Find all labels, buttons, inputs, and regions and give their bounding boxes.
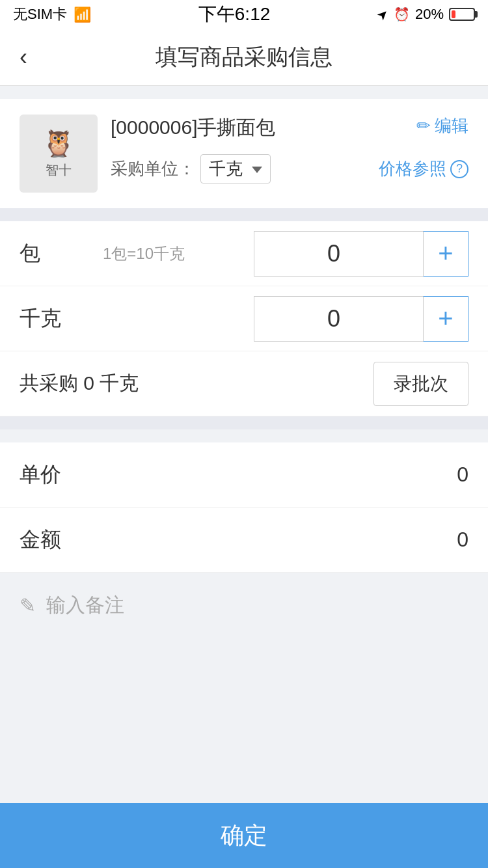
alarm-icon (394, 6, 410, 23)
bao-input-control: + (254, 231, 468, 277)
quantity-row-bao: 包 1包=10千克 + (0, 221, 488, 286)
product-unit-row: 采购单位： 千克 价格参照 ? (111, 154, 468, 183)
pencil-icon: ✎ (20, 594, 36, 617)
confirm-button[interactable]: 确定 (0, 803, 488, 868)
price-section: 单价 0 金额 0 (0, 442, 488, 573)
summary-amount: 0 (83, 372, 100, 394)
status-right: 20% (377, 6, 475, 23)
battery-percent: 20% (415, 6, 444, 23)
section-divider-2 (0, 416, 488, 429)
product-card: 🦉 智十 [0000006]手撕面包 ✏ 编辑 采购单位： 千克 价格参照 ? (0, 99, 488, 208)
sim-label: 无SIM卡 (13, 5, 67, 24)
bao-sublabel: 1包=10千克 (103, 243, 254, 264)
unit-selector-group: 采购单位： 千克 (111, 154, 271, 183)
product-image-inner: 🦉 智十 (33, 128, 85, 180)
edit-button[interactable]: ✏ 编辑 (416, 115, 468, 137)
kg-plus-button[interactable]: + (423, 296, 468, 342)
bao-plus-button[interactable]: + (423, 231, 468, 277)
unit-select[interactable]: 千克 (200, 154, 271, 183)
product-header: [0000006]手撕面包 ✏ 编辑 (111, 115, 468, 141)
location-icon (377, 6, 388, 23)
summary-text: 共采购 0 千克 (20, 370, 373, 397)
quantity-section: 包 1包=10千克 + 千克 + 共采购 0 千克 录批次 (0, 221, 488, 416)
bao-quantity-input[interactable] (254, 231, 423, 277)
product-image: 🦉 智十 (20, 115, 98, 193)
batch-button[interactable]: 录批次 (373, 362, 468, 406)
nav-bar: ‹ 填写商品采购信息 (0, 29, 488, 86)
amount-label: 金额 (20, 526, 457, 554)
summary-label: 共采购 (20, 372, 83, 394)
status-time: 下午6:12 (198, 2, 271, 27)
kg-input-control: + (254, 296, 468, 342)
status-left: 无SIM卡 (13, 5, 91, 24)
product-brand: 智十 (46, 161, 72, 179)
page-title: 填写商品采购信息 (156, 42, 332, 72)
info-icon: ? (450, 160, 468, 178)
bao-label: 包 (20, 239, 98, 268)
remark-input-area[interactable]: ✎ 输入备注 (20, 592, 468, 619)
unit-price-row: 单价 0 (0, 442, 488, 508)
summary-unit: 千克 (100, 372, 139, 394)
product-name: [0000006]手撕面包 (111, 115, 275, 141)
summary-row: 共采购 0 千克 录批次 (0, 351, 488, 416)
unit-label: 采购单位： (111, 157, 195, 180)
remark-section: ✎ 输入备注 (0, 573, 488, 833)
quantity-row-kg: 千克 + (0, 286, 488, 351)
chevron-down-icon (248, 159, 262, 179)
battery-fill (452, 10, 455, 18)
status-bar: 无SIM卡 下午6:12 20% (0, 0, 488, 29)
kg-quantity-input[interactable] (254, 296, 423, 342)
product-logo-icon: 🦉 (42, 128, 75, 159)
remark-placeholder: 输入备注 (46, 592, 124, 619)
unit-value: 千克 (209, 157, 243, 180)
amount-value: 0 (457, 528, 468, 552)
unit-price-value: 0 (457, 463, 468, 487)
edit-label: 编辑 (435, 115, 468, 137)
edit-icon: ✏ (416, 116, 431, 136)
price-ref-label: 价格参照 (379, 157, 446, 180)
confirm-label: 确定 (221, 820, 267, 852)
section-divider-1 (0, 208, 488, 221)
kg-label: 千克 (20, 305, 98, 333)
amount-row: 金额 0 (0, 508, 488, 573)
back-button[interactable]: ‹ (20, 44, 27, 71)
wifi-icon (74, 5, 91, 23)
unit-price-label: 单价 (20, 461, 457, 489)
battery-icon (449, 8, 475, 21)
price-ref-button[interactable]: 价格参照 ? (379, 157, 468, 180)
product-info: [0000006]手撕面包 ✏ 编辑 采购单位： 千克 价格参照 ? (111, 115, 468, 183)
